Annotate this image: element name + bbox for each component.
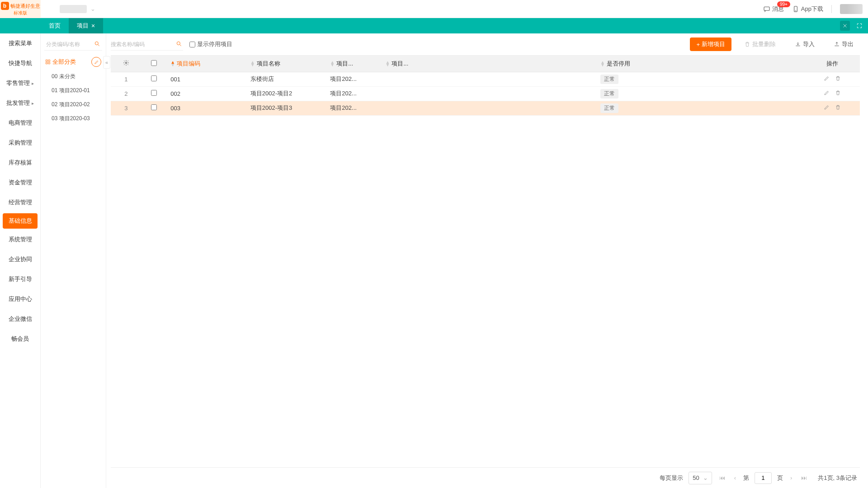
table-row[interactable]: 2002项目2002-项目2项目202...正常 [111,86,860,101]
first-page-button[interactable]: ⏮ [717,474,727,481]
col-status[interactable]: ▲▼是否停用 [596,56,805,72]
svg-point-11 [177,42,180,45]
close-icon[interactable]: × [91,22,95,29]
col-select-all[interactable] [142,56,166,72]
sidebar-item-7[interactable]: 资金管理 [0,173,40,192]
sidebar-item-1[interactable]: 快捷导航 [0,53,40,73]
category-tree-item[interactable]: 02 项目2020-02 [44,98,102,112]
tab-home[interactable]: 首页 [41,18,69,33]
collapse-panel-button[interactable]: « [103,56,110,69]
sidebar-item-label: 快捷导航 [9,59,32,67]
sidebar-item-15[interactable]: 畅会员 [0,329,40,349]
delete-row-button[interactable] [835,90,841,97]
row-status: 正常 [596,86,805,101]
row-checkbox[interactable] [151,75,157,81]
category-tree-item[interactable]: 03 项目2020-03 [44,112,102,126]
row-code: 003 [166,101,246,115]
sidebar-item-2[interactable]: 零售管理▸ [0,73,40,93]
page-summary: 共1页, 3条记录 [818,474,857,482]
prev-page-button[interactable]: ‹ [732,474,738,481]
col-extra-1[interactable]: ▲▼项目... [326,56,381,72]
sidebar-item-0[interactable]: 搜索菜单 [0,33,40,53]
col-extra2-label: 项目... [392,60,408,67]
user-avatar[interactable] [840,4,863,14]
messages-link[interactable]: 消息 99+ [763,5,784,13]
fullscreen-button[interactable] [854,21,864,31]
category-tree-item[interactable]: 00 未分类 [44,70,102,84]
row-checkbox[interactable] [151,90,157,96]
messages-badge: 99+ [777,1,790,7]
svg-line-12 [180,45,181,46]
show-disabled-checkbox[interactable]: 显示停用项目 [189,40,232,48]
table-row[interactable]: 3003项目2002-项目3项目202...正常 [111,101,860,115]
show-disabled-input[interactable] [189,42,195,47]
edit-row-button[interactable] [824,90,830,97]
delete-row-button[interactable] [835,75,841,83]
sidebar-item-11[interactable]: 企业协同 [0,249,40,269]
page-label-before: 第 [743,474,749,482]
tab-strip: 首页 项目 × [0,18,868,33]
brand-logo: b 畅捷通好生意 标准版 [0,0,41,18]
sidebar-item-12[interactable]: 新手引导 [0,269,40,289]
table-search-input[interactable] [111,38,183,51]
svg-point-13 [125,62,127,64]
row-extra2 [381,101,596,115]
category-edit-button[interactable] [91,57,101,67]
import-button[interactable]: 导入 [788,38,821,51]
category-tree-item[interactable]: 01 项目2020-01 [44,84,102,98]
tab-project[interactable]: 项目 × [69,18,103,33]
bulk-delete-button[interactable]: 批量删除 [738,38,782,51]
row-name: 东楼街店 [246,72,326,86]
edit-row-button[interactable] [824,75,830,83]
select-all-checkbox[interactable] [151,60,157,66]
search-icon[interactable] [176,41,182,48]
col-code[interactable]: ▲▼项目编码 [166,56,246,72]
sidebar-item-label: 企业协同 [9,255,32,263]
add-project-button[interactable]: + 新增项目 [690,38,731,51]
expand-icon [856,23,863,29]
last-page-button[interactable]: ⏭ [799,474,809,481]
export-button[interactable]: 导出 [827,38,860,51]
sidebar-item-6[interactable]: 库存核算 [0,153,40,173]
tab-project-label: 项目 [77,22,89,30]
sidebar-item-label: 基础信息 [9,217,32,225]
svg-point-5 [95,42,98,45]
sort-icon: ▲▼ [250,61,255,66]
per-page-select[interactable]: 50 ⌄ [689,472,712,484]
sidebar-item-3[interactable]: 批发管理▸ [0,93,40,113]
import-icon [795,41,801,47]
next-page-button[interactable]: › [788,474,794,481]
sidebar-item-9[interactable]: 基础信息 [3,213,38,229]
sort-icon: ▲▼ [330,61,335,66]
page-input[interactable] [755,472,772,484]
sidebar-item-13[interactable]: 应用中心 [0,289,40,309]
sidebar-item-label: 采购管理 [9,139,32,147]
search-icon[interactable] [94,41,100,48]
table-row[interactable]: 1001东楼街店项目202...正常 [111,72,860,86]
grid-icon [45,59,51,65]
svg-line-6 [98,45,99,46]
edit-row-button[interactable] [824,104,830,112]
svg-rect-0 [764,7,769,10]
sidebar-item-8[interactable]: 经营管理 [0,192,40,212]
company-selector[interactable]: ⌄ [60,5,95,13]
delete-row-button[interactable] [835,104,841,112]
col-extra-2[interactable]: ▲▼项目... [381,56,596,72]
category-panel: 全部分类 00 未分类01 项目2020-0102 项目2020-0203 项目… [41,33,106,488]
row-checkbox[interactable] [151,104,157,110]
row-index: 3 [111,101,142,115]
import-label: 导入 [803,40,815,48]
sidebar-item-5[interactable]: 采购管理 [0,133,40,153]
col-settings[interactable] [111,56,142,72]
col-name[interactable]: ▲▼项目名称 [246,56,326,72]
category-root[interactable]: 全部分类 [45,58,76,66]
sidebar-item-14[interactable]: 企业微信 [0,309,40,329]
category-search-input[interactable] [44,38,102,51]
app-download-link[interactable]: App下载 [792,5,823,13]
sidebar-item-10[interactable]: 系统管理 [0,230,40,249]
sidebar-item-4[interactable]: 电商管理 [0,113,40,133]
close-all-tabs-button[interactable] [840,21,850,31]
sort-icon: ▲▼ [600,61,605,66]
col-name-label: 项目名称 [257,60,280,67]
row-extra1: 项目202... [326,72,381,86]
